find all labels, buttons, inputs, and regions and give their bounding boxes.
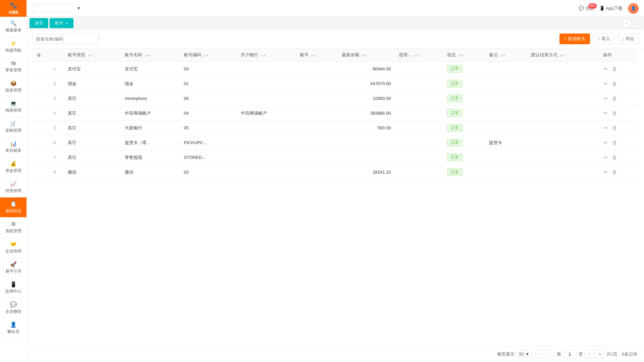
row-remark	[485, 62, 527, 76]
search-button[interactable]: 🔍	[96, 34, 99, 44]
row-usage	[395, 121, 443, 135]
th-balance[interactable]: 最新余额 ▲▼	[338, 49, 395, 62]
delete-button[interactable]: 🗑	[611, 80, 618, 87]
edit-button[interactable]: ✏	[603, 154, 609, 161]
table-row: 7 其它 零售抵现 STORED... 正常 ✏ 🗑	[32, 150, 639, 165]
th-settings[interactable]: ⚙	[32, 49, 46, 62]
corp-icon: 🤝	[10, 241, 17, 247]
edit-button[interactable]: ✏	[603, 110, 609, 117]
first-page-button[interactable]: «	[535, 350, 544, 359]
page-size-dropdown[interactable]: 50 ▼	[517, 350, 532, 358]
row-remark	[485, 106, 527, 121]
app-download-button[interactable]: 📱 App下载	[599, 5, 623, 11]
th-type[interactable]: 账号类型 ▲▼	[64, 49, 121, 62]
th-remark[interactable]: 备注 ▲▼	[485, 49, 527, 62]
row-code: 02	[180, 165, 237, 180]
row-name: moneybosx	[121, 91, 180, 106]
sidebar-item-shortcut[interactable]: ⚡ 快捷导航	[0, 37, 26, 57]
row-balance	[338, 150, 395, 165]
delete-button[interactable]: 🗑	[611, 139, 618, 146]
sidebar-item-wholesale[interactable]: 📦 批发管理	[0, 77, 26, 97]
import-button[interactable]: ↑ 导入	[593, 34, 614, 44]
edit-button[interactable]: ✏	[603, 95, 609, 102]
row-actions: ✏ 🗑	[599, 62, 639, 76]
row-bank	[237, 91, 296, 106]
th-status[interactable]: 状态 ▲▼	[443, 49, 485, 62]
edit-button[interactable]: ✏	[603, 80, 609, 87]
header-search-input[interactable]	[32, 4, 72, 12]
tab-account[interactable]: 账号 ✕	[50, 18, 73, 28]
sidebar-item-label: 基础信息	[5, 208, 21, 214]
delete-button[interactable]: 🗑	[611, 110, 618, 117]
sidebar-item-search[interactable]: 🔍 搜索菜单	[0, 17, 26, 37]
edit-button[interactable]: ✏	[603, 169, 609, 176]
th-bank[interactable]: 开户银行 ▲▼	[237, 49, 296, 62]
current-page-input[interactable]	[563, 350, 577, 359]
delete-button[interactable]: 🗑	[611, 95, 618, 102]
delete-button[interactable]: 🗑	[611, 65, 618, 73]
sidebar-item-basic[interactable]: 📋 基础信息	[0, 197, 26, 218]
tab-home[interactable]: 首页	[30, 18, 48, 28]
prev-page-button[interactable]: ‹	[546, 350, 555, 359]
row-account	[296, 150, 338, 165]
th-code[interactable]: 账号编码 ▲▼	[180, 49, 237, 62]
sidebar-item-operation[interactable]: 📈 经营管理	[0, 177, 26, 197]
sidebar-item-retail[interactable]: 🛍 零售管理	[0, 57, 26, 77]
row-status: 正常	[443, 106, 485, 121]
sidebar-item-member[interactable]: 👤 畅会员	[0, 318, 26, 338]
sidebar-item-corp[interactable]: 🤝 企业协同	[0, 238, 26, 258]
th-account[interactable]: 账号 ▲▼	[296, 49, 338, 62]
operation-icon: 📈	[10, 181, 17, 187]
sidebar-item-inventory[interactable]: 📊 库存核算	[0, 137, 26, 157]
row-gear	[32, 150, 46, 165]
tab-close-icon[interactable]: ✕	[65, 21, 68, 25]
next-page-button[interactable]: ›	[585, 350, 594, 359]
delete-button[interactable]: 🗑	[611, 124, 618, 132]
sidebar-item-system[interactable]: ⚙ 系统管理	[0, 218, 26, 238]
sidebar-item-app-center[interactable]: 📱 应用中心	[0, 278, 26, 298]
row-account	[296, 165, 338, 180]
action-buttons: ✏ 🗑	[603, 95, 635, 102]
tab-minimize-button[interactable]: −	[623, 19, 631, 27]
sidebar-item-ecommerce[interactable]: 💻 电商管理	[0, 97, 26, 117]
action-buttons: ✏ 🗑	[603, 169, 635, 176]
row-code: 05	[180, 121, 237, 135]
th-usage[interactable]: 使用... ▲▼	[395, 49, 443, 62]
finance-icon: 💰	[10, 161, 17, 167]
sort-icon: ▲▼	[414, 54, 419, 57]
last-page-button[interactable]: »	[596, 350, 604, 359]
edit-button[interactable]: ✏	[603, 65, 609, 73]
add-account-button[interactable]: + 新增账号	[559, 34, 590, 44]
th-default-payment[interactable]: 默认结算方式 ▲▼	[527, 49, 599, 62]
top-header: ▼ 💬 消息 99+ 📱 App下载 👤	[27, 0, 644, 17]
delete-button[interactable]: 🗑	[611, 169, 618, 176]
message-button[interactable]: 💬 消息 99+	[579, 5, 594, 11]
dropdown-icon: ▼	[525, 352, 530, 357]
search-menu-icon: 🔍	[10, 20, 17, 26]
app-icon: 📱	[599, 6, 605, 11]
user-avatar[interactable]: 👤	[628, 3, 639, 14]
export-icon: ↓	[622, 37, 625, 42]
export-label: 导出	[626, 36, 634, 42]
sort-icon: ▲▼	[261, 54, 266, 57]
sidebar-item-label: 快捷导航	[5, 48, 21, 53]
row-name: 提货卡（零...	[121, 135, 180, 150]
edit-button[interactable]: ✏	[603, 124, 609, 132]
export-button[interactable]: ↓ 导出	[618, 34, 639, 44]
header-dropdown[interactable]: ▼	[76, 6, 81, 11]
row-gear	[32, 165, 46, 180]
search-input[interactable]	[33, 35, 96, 44]
sidebar-item-wechat[interactable]: 💬 企业微信	[0, 298, 26, 318]
sidebar-item-guide[interactable]: 🚀 新手引导	[0, 258, 26, 278]
tab-maximize-button[interactable]: ⛶	[633, 19, 641, 27]
row-num: 2	[46, 76, 64, 91]
basic-icon: 📋	[10, 201, 17, 207]
sidebar-item-finance[interactable]: 💰 资金管理	[0, 157, 26, 177]
row-default-payment	[527, 91, 599, 106]
sidebar-item-purchase[interactable]: 🛒 采购管理	[0, 117, 26, 137]
row-balance: 500.00	[338, 121, 395, 135]
edit-button[interactable]: ✏	[603, 139, 609, 146]
status-badge: 正常	[447, 65, 463, 73]
delete-button[interactable]: 🗑	[611, 154, 618, 161]
th-name[interactable]: 账号名称 ▲▼	[121, 49, 180, 62]
